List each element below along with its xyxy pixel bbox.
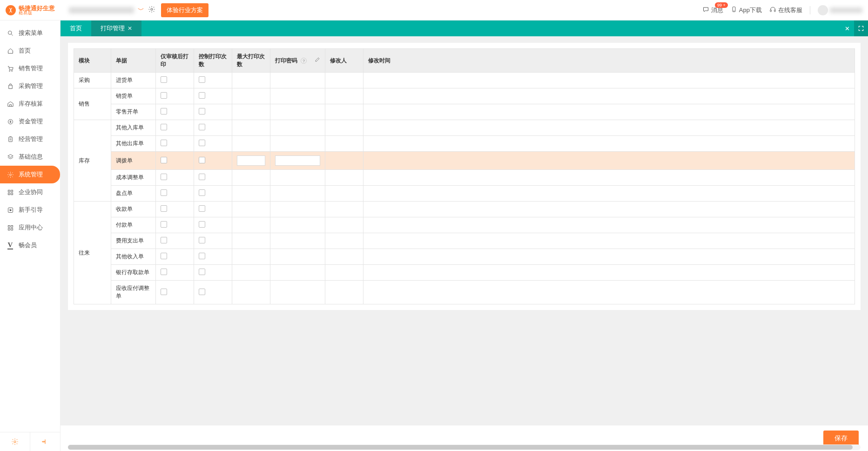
- table-row[interactable]: 往来收款单: [74, 202, 855, 217]
- checkbox[interactable]: [199, 92, 205, 99]
- table-row[interactable]: 盘点单: [74, 186, 855, 202]
- checkbox[interactable]: [161, 269, 167, 275]
- app-download-link[interactable]: App下载: [731, 6, 762, 14]
- cta-button[interactable]: 体验行业方案: [161, 3, 209, 17]
- help-icon[interactable]: ?: [301, 58, 307, 64]
- checkbox[interactable]: [199, 76, 205, 83]
- tab-首页[interactable]: 首页: [61, 20, 91, 36]
- checkbox[interactable]: [161, 237, 167, 243]
- sidebar-item-guide[interactable]: 新手引导: [0, 201, 60, 219]
- tab-close-all[interactable]: ✕: [840, 20, 854, 36]
- table-row[interactable]: 其他出库单: [74, 136, 855, 152]
- checkbox[interactable]: [199, 189, 205, 196]
- sidebar-item-system[interactable]: 系统管理: [0, 166, 60, 183]
- print-settings-panel: 模块 单据 仅审核后打印 控制打印次数 最大打印次数 打印密码 ? 修改人 修改…: [68, 43, 861, 310]
- sidebar-item-search-menu[interactable]: 搜索菜单: [0, 24, 60, 42]
- app-header: 畅捷通好生意 精易版 ﹀ 体验行业方案 消息 99 + App下载: [0, 0, 868, 20]
- max-print-cell: [232, 202, 270, 217]
- sidebar-item-apps[interactable]: 应用中心: [0, 219, 60, 236]
- sidebar-item-purchase[interactable]: 采购管理: [0, 77, 60, 95]
- checkbox[interactable]: [161, 92, 167, 99]
- messages-link[interactable]: 消息 99 +: [702, 6, 723, 14]
- brand-name: 畅捷通好生意: [19, 5, 55, 11]
- svg-rect-4: [774, 10, 776, 12]
- sidebar-item-sales[interactable]: 销售管理: [0, 60, 60, 77]
- max-print-cell: [232, 233, 270, 249]
- sidebar-item-basic[interactable]: 基础信息: [0, 148, 60, 166]
- save-button[interactable]: 保存: [823, 431, 859, 446]
- modified-time-cell: [363, 265, 855, 281]
- modifier-cell: [325, 73, 363, 88]
- checkbox[interactable]: [161, 124, 167, 130]
- checkbox[interactable]: [161, 157, 167, 163]
- settings-button[interactable]: [0, 432, 30, 451]
- table-row[interactable]: 银行存取款单: [74, 265, 855, 281]
- checkbox[interactable]: [199, 289, 205, 295]
- checkbox[interactable]: [199, 269, 205, 275]
- sidebar-item-inventory[interactable]: 库存核算: [0, 95, 60, 113]
- modified-time-cell: [363, 186, 855, 202]
- checkbox[interactable]: [199, 237, 205, 243]
- max-print-cell: [232, 104, 270, 120]
- max-print-input[interactable]: [237, 155, 265, 166]
- doc-cell: 付款单: [111, 217, 156, 233]
- fullscreen-button[interactable]: [854, 20, 868, 36]
- checkbox[interactable]: [161, 253, 167, 259]
- th-modified-time: 修改时间: [363, 49, 855, 73]
- collapse-button[interactable]: [30, 432, 60, 451]
- control-count-cell: [194, 88, 232, 104]
- org-settings-icon[interactable]: [148, 6, 155, 14]
- module-cell: 库存: [74, 120, 111, 202]
- checkbox[interactable]: [199, 124, 205, 130]
- checkbox[interactable]: [161, 174, 167, 180]
- max-print-cell: [232, 88, 270, 104]
- after-audit-cell: [156, 202, 194, 217]
- table-row[interactable]: 成本调整单: [74, 170, 855, 186]
- user-menu[interactable]: [818, 5, 862, 15]
- sidebar-item-home[interactable]: 首页: [0, 42, 60, 60]
- checkbox[interactable]: [161, 205, 167, 212]
- table-row[interactable]: 应收应付调整单: [74, 281, 855, 304]
- table-row[interactable]: 销售销货单: [74, 88, 855, 104]
- sidebar-item-label: 应用中心: [19, 223, 43, 232]
- svg-rect-9: [8, 137, 12, 141]
- checkbox[interactable]: [161, 140, 167, 146]
- checkbox[interactable]: [161, 289, 167, 295]
- table-row[interactable]: 库存其他入库单: [74, 120, 855, 136]
- checkbox[interactable]: [199, 221, 205, 228]
- table-row[interactable]: 零售开单: [74, 104, 855, 120]
- checkbox[interactable]: [199, 157, 205, 163]
- checkbox[interactable]: [199, 174, 205, 180]
- checkbox[interactable]: [161, 221, 167, 228]
- table-row[interactable]: 采购进货单: [74, 73, 855, 88]
- table-row[interactable]: 费用支出单: [74, 233, 855, 249]
- sidebar-item-collab[interactable]: 企业协同: [0, 183, 60, 201]
- password-cell: [270, 202, 325, 217]
- support-link[interactable]: 在线客服: [769, 6, 802, 14]
- checkbox[interactable]: [199, 253, 205, 259]
- sidebar-item-vip[interactable]: V畅会员: [0, 236, 60, 254]
- checkbox[interactable]: [161, 76, 167, 83]
- sidebar-item-label: 基础信息: [19, 153, 43, 161]
- sidebar-item-finance[interactable]: 资金管理: [0, 113, 60, 130]
- control-count-cell: [194, 73, 232, 88]
- checkbox[interactable]: [161, 189, 167, 196]
- sidebar-item-operation[interactable]: 经营管理: [0, 130, 60, 148]
- close-icon[interactable]: ✕: [128, 25, 132, 32]
- table-row[interactable]: 付款单: [74, 217, 855, 233]
- svg-point-2: [733, 11, 734, 11]
- table-row[interactable]: 调拨单: [74, 152, 855, 170]
- control-count-cell: [194, 281, 232, 304]
- checkbox[interactable]: [199, 140, 205, 146]
- doc-cell: 成本调整单: [111, 170, 156, 186]
- checkbox[interactable]: [199, 108, 205, 114]
- checkbox[interactable]: [199, 205, 205, 212]
- after-audit-cell: [156, 152, 194, 170]
- table-row[interactable]: 其他收入单: [74, 249, 855, 265]
- horizontal-scrollbar[interactable]: [68, 444, 861, 450]
- edit-icon[interactable]: [315, 57, 320, 64]
- tab-打印管理[interactable]: 打印管理✕: [91, 20, 141, 36]
- password-input[interactable]: [275, 155, 320, 166]
- checkbox[interactable]: [161, 108, 167, 114]
- org-selector[interactable]: ﹀: [69, 6, 144, 14]
